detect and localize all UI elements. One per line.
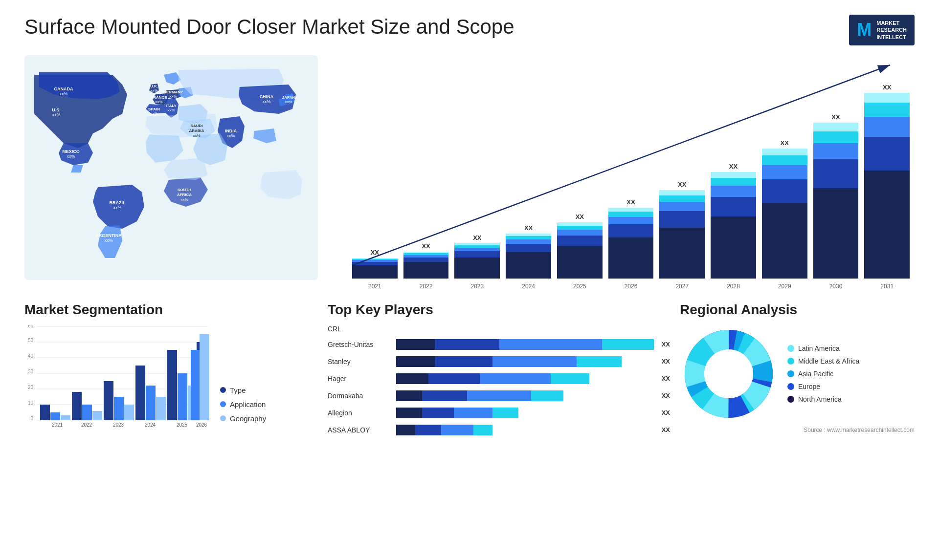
svg-rect-50 [50, 412, 60, 420]
svg-text:xx%: xx% [155, 100, 162, 104]
svg-rect-65 [167, 350, 177, 420]
svg-point-78 [704, 349, 753, 398]
player-row: StanleyXX [328, 356, 670, 367]
regional-dot-apac [787, 370, 794, 377]
svg-text:30: 30 [28, 369, 34, 374]
regional-legend-europe: Europe [787, 383, 859, 390]
player-name: ASSA ABLOY [328, 426, 391, 434]
svg-text:xx%: xx% [167, 108, 175, 112]
svg-text:SOUTH: SOUTH [178, 188, 191, 192]
bar-group-2024: XX [506, 224, 551, 279]
player-name: Hager [328, 375, 391, 383]
svg-text:60: 60 [28, 325, 34, 328]
regional-legend-latin: Latin America [787, 345, 859, 352]
svg-text:ARABIA: ARABIA [189, 129, 204, 133]
svg-text:xx%: xx% [285, 100, 292, 104]
legend-label-application: Application [230, 400, 266, 409]
svg-rect-61 [135, 366, 145, 420]
regional-title: Regional Analysis [680, 302, 915, 318]
svg-rect-62 [146, 386, 156, 420]
regional-dot-latin [787, 345, 794, 352]
segmentation-legend: Type Application Geography [220, 386, 266, 428]
bar-group-2023: XX [454, 234, 500, 279]
player-name: Allegion [328, 409, 391, 417]
bar-group-2026: XX [608, 198, 654, 279]
svg-text:2024: 2024 [145, 422, 156, 428]
player-row: HagerXX [328, 373, 670, 384]
players-section: Top Key Players CRLGretsch-UnitasXXStanl… [328, 302, 670, 438]
line-chart-container: 0 10 20 30 40 50 60 [24, 325, 210, 428]
player-row: ASSA ABLOYXX [328, 425, 670, 435]
svg-rect-58 [114, 397, 124, 420]
bar-group-2030: XX [813, 113, 859, 278]
legend-dot-type [220, 387, 226, 393]
x-axis-labels: 2021202220232024202520262027202820292030… [352, 283, 910, 290]
logo-m-letter: M [857, 20, 872, 40]
regional-legend: Latin America Middle East & Africa Asia … [787, 345, 859, 403]
regional-legend-na: North America [787, 395, 859, 403]
svg-text:2025: 2025 [177, 422, 188, 428]
svg-text:INDIA: INDIA [225, 129, 237, 133]
svg-text:2026: 2026 [196, 422, 207, 428]
svg-text:CANADA: CANADA [54, 86, 73, 91]
player-row: CRL [328, 325, 670, 333]
player-name: Stanley [328, 358, 391, 366]
legend-dot-geography [220, 415, 226, 421]
donut-svg [680, 325, 778, 423]
player-row: DormakabaXX [328, 390, 670, 401]
svg-text:xx%: xx% [52, 112, 60, 117]
svg-text:xx%: xx% [59, 91, 67, 96]
svg-text:2021: 2021 [52, 422, 63, 428]
svg-rect-49 [40, 405, 50, 420]
player-name: CRL [328, 325, 391, 333]
svg-rect-66 [178, 373, 187, 420]
svg-text:xx%: xx% [67, 154, 75, 159]
bar-chart-section: XXXXXXXXXXXXXXXXXXXXXX 20212022202320242… [328, 55, 915, 295]
source-text: Source : www.marketresearchintellect.com [680, 427, 915, 433]
page-container: Surface Mounted Door Closer Market Size … [0, 0, 939, 560]
svg-text:40: 40 [28, 353, 34, 359]
svg-text:xx%: xx% [150, 88, 157, 93]
regional-label-latin: Latin America [798, 345, 840, 352]
segmentation-title: Market Segmentation [24, 302, 318, 318]
y-axis [337, 60, 352, 281]
svg-text:U.K.: U.K. [150, 84, 158, 88]
svg-text:GERMANY: GERMANY [163, 90, 184, 94]
svg-text:50: 50 [28, 338, 34, 343]
svg-rect-57 [104, 381, 113, 420]
regional-label-na: North America [798, 395, 842, 403]
svg-rect-51 [61, 415, 70, 420]
svg-text:xx%: xx% [262, 99, 270, 104]
svg-rect-53 [72, 392, 82, 420]
svg-text:0: 0 [30, 416, 33, 421]
bar-group-2025: XX [557, 213, 603, 279]
legend-item-geography: Geography [220, 414, 266, 423]
bar-group-2022: XX [403, 242, 449, 279]
legend-label-type: Type [230, 386, 246, 394]
top-grid: CANADA xx% U.S. xx% MEXICO xx% BRAZIL xx… [24, 55, 915, 295]
bar-group-2029: XX [762, 139, 807, 279]
regional-section: Regional Analysis [680, 302, 915, 438]
segmentation-content: 0 10 20 30 40 50 60 [24, 325, 318, 428]
svg-text:xx%: xx% [150, 111, 157, 116]
world-map-svg: CANADA xx% U.S. xx% MEXICO xx% BRAZIL xx… [24, 55, 318, 280]
line-chart-svg: 0 10 20 30 40 50 60 [24, 325, 210, 428]
players-title: Top Key Players [328, 302, 670, 318]
page-title: Surface Mounted Door Closer Market Size … [24, 15, 514, 39]
svg-text:FRANCE: FRANCE [151, 95, 167, 100]
svg-text:xx%: xx% [104, 238, 112, 243]
regional-label-europe: Europe [798, 383, 820, 390]
legend-item-type: Type [220, 386, 266, 394]
logo-container: M MARKET RESEARCH INTELLECT [849, 15, 915, 45]
regional-legend-apac: Asia Pacific [787, 370, 859, 378]
svg-text:MEXICO: MEXICO [62, 149, 80, 154]
regional-content: Latin America Middle East & Africa Asia … [680, 325, 915, 423]
regional-label-mea: Middle East & Africa [798, 357, 859, 365]
svg-text:CHINA: CHINA [260, 94, 274, 99]
svg-text:xx%: xx% [193, 133, 200, 138]
legend-dot-application [220, 401, 226, 407]
player-name: Dormakaba [328, 392, 391, 400]
bar-group-2028: XX [711, 163, 756, 279]
svg-text:U.S.: U.S. [52, 108, 61, 112]
regional-dot-na [787, 396, 794, 403]
